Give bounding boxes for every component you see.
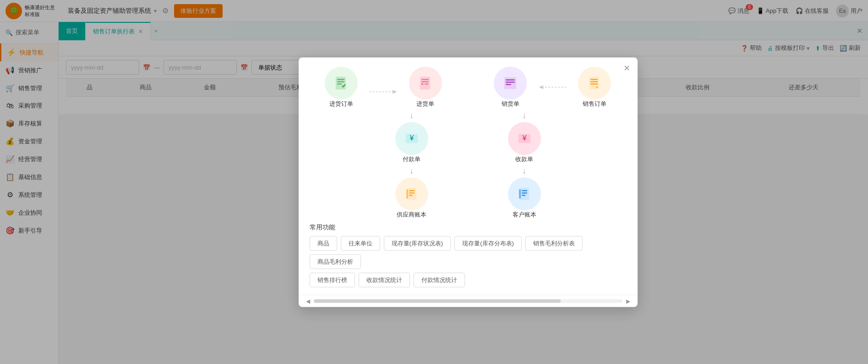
common-functions-title: 常用功能: [310, 223, 627, 231]
flow-label-sales-slip: 销货单: [502, 99, 519, 108]
payment-slip-circle: ¥: [395, 122, 428, 155]
svg-rect-25: [406, 189, 408, 198]
svg-marker-5: [393, 90, 397, 94]
svg-marker-15: [539, 86, 543, 89]
flow-label-sales-order: 销售订单: [583, 99, 606, 108]
sales-slip-circle: [494, 66, 527, 99]
svg-rect-28: [409, 195, 413, 196]
svg-rect-0: [336, 76, 346, 89]
flow-item-payment-slip[interactable]: ¥ 付款单: [387, 122, 437, 163]
common-functions: 常用功能 商品 往来单位 现存量(库存状况表) 现存量(库存分布表) 销售毛利分…: [299, 223, 638, 294]
svg-rect-1: [337, 79, 344, 80]
svg-rect-11: [506, 79, 515, 80]
svg-rect-18: [590, 81, 598, 82]
svg-rect-3: [337, 83, 342, 84]
arrow-right-2: [539, 73, 566, 92]
func-btn-inventory-dist[interactable]: 现存量(库存分布表): [454, 236, 522, 250]
func-btn-inventory-status[interactable]: 现存量(库存状况表): [384, 236, 451, 250]
arrow-right-1: [370, 77, 397, 97]
svg-rect-17: [590, 79, 598, 80]
purchase-order-circle: [325, 66, 358, 99]
scroll-left-icon[interactable]: ◀: [306, 298, 310, 304]
func-btn-payment-stats[interactable]: 收款情况统计: [359, 272, 410, 287]
flow-arrows-row: ↓ ¥ 付款单 ↓: [317, 110, 619, 163]
func-buttons-row2: 销售排行榜 收款情况统计 付款情况统计: [310, 272, 627, 287]
down-arrow-sales: ↓: [522, 110, 526, 120]
down-arrow-supplier: ↓: [409, 166, 414, 175]
func-btn-sales-rank[interactable]: 销售排行榜: [310, 272, 355, 287]
svg-rect-19: [590, 83, 598, 84]
svg-rect-6: [420, 76, 430, 89]
svg-rect-12: [506, 81, 515, 82]
flow-ledger-row: ↓ 供应商账本 ↓: [317, 166, 619, 218]
svg-rect-8: [421, 81, 429, 82]
func-btn-purchase-stats[interactable]: 付款情况统计: [414, 272, 465, 287]
svg-rect-30: [519, 189, 521, 198]
flow-label-purchase-slip: 进货单: [416, 99, 434, 108]
flow-item-purchase-slip[interactable]: 进货单: [401, 66, 450, 108]
svg-rect-13: [506, 84, 511, 85]
flow-item-sales-slip[interactable]: 销货单: [486, 66, 535, 108]
down-arrow-purchase: ↓: [409, 110, 414, 120]
svg-rect-26: [409, 190, 415, 191]
func-buttons-row1: 商品 往来单位 现存量(库存状况表) 现存量(库存分布表) 销售毛利分析表 商品…: [310, 236, 627, 269]
flow-item-sales-order[interactable]: 销售订单: [570, 66, 619, 108]
purchase-slip-circle: [409, 66, 442, 99]
customer-ledger-circle: [508, 177, 541, 210]
svg-point-9: [421, 83, 423, 85]
flow-label-customer-ledger: 客户账本: [513, 210, 536, 218]
func-btn-sales-profit[interactable]: 销售毛利分析表: [525, 236, 583, 250]
svg-rect-2: [337, 81, 344, 82]
svg-rect-16: [589, 76, 599, 89]
flow-item-supplier-ledger[interactable]: 供应商账本: [387, 177, 437, 218]
flow-label-supplier-ledger: 供应商账本: [397, 210, 426, 218]
down-arrow-customer: ↓: [522, 166, 526, 175]
func-btn-product-profit[interactable]: 商品毛利分析: [310, 254, 361, 269]
svg-rect-31: [522, 190, 527, 191]
scroll-thumb: [314, 299, 561, 303]
workflow-container: 进货订单 进货单: [299, 57, 638, 223]
supplier-ledger-circle: [395, 177, 428, 210]
flow-label-receipt-slip: 收款单: [515, 155, 533, 163]
svg-rect-27: [409, 192, 415, 193]
svg-text:¥: ¥: [409, 134, 414, 141]
svg-rect-33: [522, 195, 525, 196]
func-btn-partner[interactable]: 往来单位: [341, 236, 380, 250]
svg-rect-32: [522, 192, 527, 193]
svg-rect-10: [504, 77, 516, 89]
flow-item-receipt-slip[interactable]: ¥ 收款单: [499, 122, 550, 163]
svg-rect-24: [407, 188, 416, 200]
svg-text:¥: ¥: [522, 134, 526, 141]
flow-top-row: 进货订单 进货单: [317, 66, 619, 108]
svg-rect-7: [421, 79, 429, 80]
scroll-right-icon[interactable]: ▶: [626, 298, 630, 304]
flow-label-payment-slip: 付款单: [403, 155, 420, 163]
func-btn-product[interactable]: 商品: [310, 236, 337, 250]
quick-nav-modal: ✕ 进货订单: [299, 57, 638, 307]
scroll-track[interactable]: [314, 299, 622, 303]
flow-item-purchase-order[interactable]: 进货订单: [317, 66, 366, 108]
receipt-slip-circle: ¥: [508, 122, 541, 155]
flow-label-purchase-order: 进货订单: [329, 99, 353, 108]
svg-rect-29: [520, 188, 529, 200]
sales-order-circle: [578, 66, 611, 99]
modal-close-button[interactable]: ✕: [623, 63, 630, 73]
flow-item-customer-ledger[interactable]: 客户账本: [499, 177, 550, 218]
modal-scrollbar: ◀ ▶: [299, 294, 638, 307]
